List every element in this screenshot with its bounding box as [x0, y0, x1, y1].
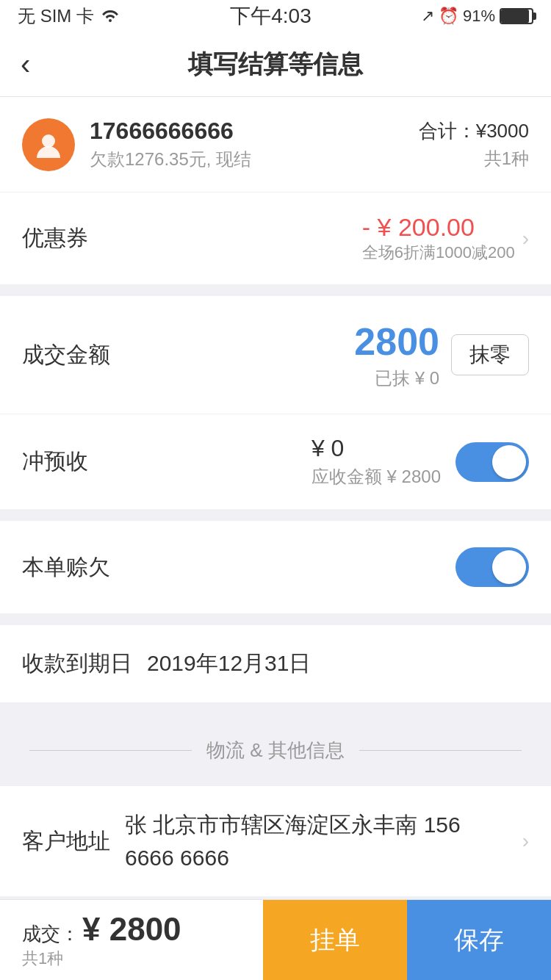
coupon-row[interactable]: 优惠券 - ¥ 200.00 全场6折满1000减200 › [0, 192, 551, 284]
due-date-label: 收款到期日 [22, 649, 132, 679]
bottom-bar: 成交： ¥ 2800 共1种 挂单 保存 [0, 899, 551, 980]
carrier-text: 无 SIM 卡 [18, 4, 94, 28]
address-section: 客户地址 张 北京市市辖区海淀区永丰南 156 6666 6666 › [0, 786, 551, 896]
save-button[interactable]: 保存 [407, 900, 551, 981]
bottom-amount: ¥ 2800 [82, 911, 181, 948]
alarm-icon: ⏰ [439, 7, 458, 26]
page-title: 填写结算等信息 [188, 48, 363, 82]
debt-label: 本单赊欠 [22, 552, 110, 583]
chong-toggle[interactable] [455, 442, 529, 482]
user-info-text: 17666666666 欠款1276.35元, 现结 [90, 118, 251, 171]
address-value: 张 北京市市辖区海淀区永丰南 156 6666 6666 [125, 808, 508, 874]
user-row: 17666666666 欠款1276.35元, 现结 合计：¥3000 共1种 [0, 97, 551, 192]
deal-amount-value: 2800 [354, 320, 439, 364]
coupon-right: - ¥ 200.00 全场6折满1000减200 › [362, 213, 529, 264]
deal-amount-sub: 已抹 ¥ 0 [354, 367, 439, 390]
due-date-row: 收款到期日 2019年12月31日 [0, 625, 551, 702]
back-button[interactable]: ‹ [21, 48, 30, 81]
deal-amount-label: 成交金额 [22, 340, 110, 370]
content: 17666666666 欠款1276.35元, 现结 合计：¥3000 共1种 … [0, 97, 551, 980]
divider-line-right [359, 750, 522, 751]
chong-amount: ¥ 0 [311, 435, 441, 462]
debt-row: 本单赊欠 [0, 521, 551, 613]
chong-row: 冲预收 ¥ 0 应收金额 ¥ 2800 [0, 414, 551, 509]
deal-amount-right: 2800 已抹 ¥ 0 抹零 [354, 320, 529, 390]
coupon-chevron-icon: › [522, 227, 529, 251]
toggle-knob [492, 445, 526, 479]
debt-toggle[interactable] [455, 547, 529, 587]
svg-point-0 [42, 134, 55, 148]
hang-button[interactable]: 挂单 [263, 900, 407, 981]
status-bar: 无 SIM 卡 下午4:03 ↗ ⏰ 91% [0, 0, 551, 32]
coupon-discount: - ¥ 200.00 [362, 213, 515, 242]
wifi-icon [100, 6, 120, 26]
status-right: ↗ ⏰ 91% [421, 7, 533, 26]
user-left: 17666666666 欠款1276.35元, 现结 [22, 118, 251, 171]
location-icon: ↗ [421, 7, 434, 26]
divider-label: 物流 & 其他信息 [0, 732, 551, 768]
divider-text: 物流 & 其他信息 [206, 738, 345, 763]
status-time: 下午4:03 [230, 2, 311, 30]
user-phone: 17666666666 [90, 118, 251, 145]
coupon-label: 优惠券 [22, 223, 88, 253]
bottom-deal-label: 成交： [22, 921, 79, 947]
round-zero-button[interactable]: 抹零 [451, 334, 529, 375]
battery-icon [500, 8, 533, 24]
due-date-value: 2019年12月31日 [147, 649, 311, 679]
coupon-desc: 全场6折满1000减200 [362, 242, 515, 264]
nav-bar: ‹ 填写结算等信息 [0, 32, 551, 97]
bottom-summary: 成交： ¥ 2800 共1种 [0, 911, 263, 970]
user-total: 合计：¥3000 共1种 [419, 118, 529, 170]
logistics-divider: 物流 & 其他信息 [0, 714, 551, 786]
bottom-deal-row: 成交： ¥ 2800 [22, 911, 241, 948]
total-count: 共1种 [419, 147, 529, 170]
chong-sub: 应收金额 ¥ 2800 [311, 465, 441, 489]
address-label: 客户地址 [22, 826, 110, 857]
amount-section: 成交金额 2800 已抹 ¥ 0 抹零 冲预收 ¥ 0 应收金额 ¥ 2800 [0, 296, 551, 509]
chong-label: 冲预收 [22, 447, 88, 477]
user-subtitle: 欠款1276.35元, 现结 [90, 148, 251, 171]
user-info-card: 17666666666 欠款1276.35元, 现结 合计：¥3000 共1种 … [0, 97, 551, 284]
debt-toggle-knob [492, 550, 526, 584]
status-left: 无 SIM 卡 [18, 4, 120, 28]
battery-text: 91% [463, 7, 495, 26]
divider-line-left [29, 750, 192, 751]
address-row[interactable]: 客户地址 张 北京市市辖区海淀区永丰南 156 6666 6666 › [0, 786, 551, 896]
deal-amount-row: 成交金额 2800 已抹 ¥ 0 抹零 [0, 296, 551, 414]
bottom-count: 共1种 [22, 948, 241, 970]
avatar [22, 118, 75, 171]
total-amount: 合计：¥3000 [419, 118, 529, 144]
address-chevron-icon: › [522, 829, 529, 853]
